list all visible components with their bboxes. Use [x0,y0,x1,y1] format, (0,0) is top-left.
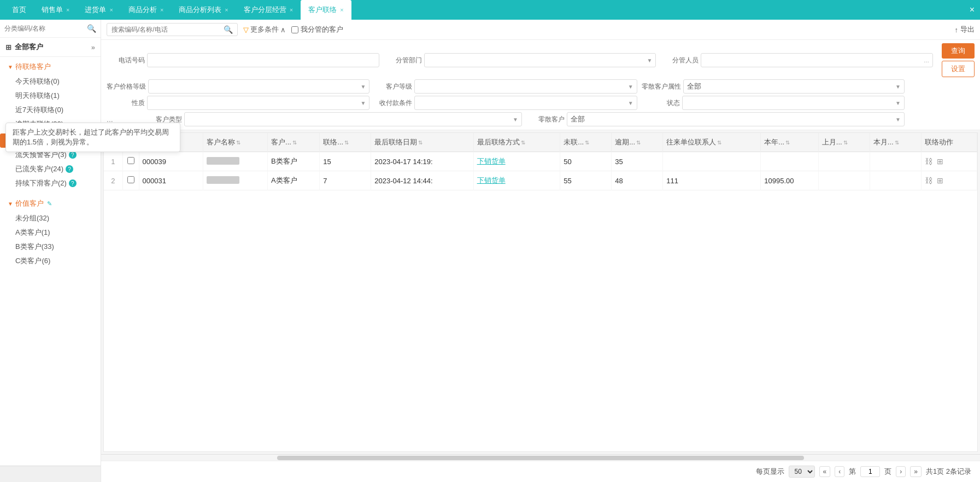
sort-icon-method: ⇅ [521,140,525,146]
retail-attr-select[interactable]: 全部 ▼ [683,79,905,94]
grid-icon: ⊞ [5,43,11,51]
retail-arrow: ▼ [895,117,901,123]
nav-customer-tier-close[interactable]: × [290,7,293,13]
filter-row-3: 性质 ▼ 收付款条件 ▼ 状态 ▼ [107,96,975,110]
phone-input[interactable] [147,53,379,67]
sidebar-section-value[interactable]: ▼ 价值客户 ✎ [0,196,101,211]
sidebar-collapse-btn[interactable]: » [91,43,95,51]
grade-arrow: ▼ [628,84,633,90]
nav-sales[interactable]: 销售单 × [34,0,77,20]
row-code: 000031 [139,171,203,190]
sidebar-item-today[interactable]: 今天待联络(0) [0,74,101,89]
main-search-input[interactable] [112,26,224,33]
nav-analysis-close[interactable]: × [160,7,163,13]
action-more-icon[interactable]: ⊞ [937,157,943,166]
row-this-year: 10995.00 [761,171,819,190]
sidebar-item-class-b[interactable]: B类客户(33) [0,240,101,254]
row-unlink-days: 50 [560,152,612,171]
blurred-name [207,157,239,165]
grade-select[interactable]: ▼ [414,79,637,94]
col-contact: 联络...⇅ [320,133,371,152]
last-method-link[interactable]: 下销货单 [477,157,506,165]
page-label: 第 [849,467,856,477]
sidebar-section-pending[interactable]: ▼ 待联络客户 [0,59,101,74]
sidebar-item-7days[interactable]: 近7天待联络(0) [0,103,101,117]
last-method-link[interactable]: 下销货单 [477,176,506,184]
sidebar-search-box: 🔍 [0,20,101,38]
settings-button[interactable]: 设置 [942,61,975,77]
ctype-select[interactable]: ▼ [184,112,522,126]
row-checkbox[interactable] [127,176,134,183]
pricegrd-select[interactable]: ▼ [148,79,369,94]
payment-select[interactable]: ▼ [414,96,637,110]
col-last-method: 最后联络方式⇅ [473,133,560,152]
query-button[interactable]: 查询 [942,43,975,59]
payment-label: 收付款条件 [374,98,412,108]
row-overdue: 48 [612,171,663,190]
nav-sales-close[interactable]: × [66,7,69,13]
customer-table: ⚙ 客户编码⇅ 客户名称⇅ 客户...⇅ 联络...⇅ 最后联络日期⇅ 最后联络… [104,133,977,190]
nav-purchase[interactable]: 进货单 × [77,0,120,20]
nav-analysis-list-close[interactable]: × [225,7,228,13]
page-num-input[interactable] [860,466,880,477]
more-conditions-btn[interactable]: ▽ 更多条件 ∧ [243,25,286,34]
last-page-btn[interactable]: » [910,466,922,477]
sidebar-item-lost[interactable]: 已流失客户(24) ? [0,162,101,176]
sidebar-search-input[interactable] [4,25,87,32]
per-page-select[interactable]: 50 [789,466,815,478]
status-select[interactable]: ▼ [682,96,905,110]
row-this-year [761,152,819,171]
filter-cell-retail: 零散客户 全部 ▼ [526,112,905,126]
filter-cell-pricegrd: 客户价格等级 ▼ [107,79,369,94]
lost-badge: ? [66,165,73,173]
first-page-btn[interactable]: « [819,466,831,477]
filter-row-2: 客户价格等级 ▼ 客户等级 ▼ 零散客户属性 全部 ▼ [107,79,975,94]
sidebar-item-class-c[interactable]: C类客户(6) [0,254,101,268]
sidebar-item-ungrouped[interactable]: 未分组(32) [0,211,101,225]
table-row: 2 000031 A类客户 7 2023-04-12 14:44: 下销货单 5… [104,171,977,190]
dept-select[interactable]: ▼ [424,53,656,67]
main-search-icon[interactable]: 🔍 [224,25,233,34]
filter-cell-ctype: 客户类型 ▼ [144,112,522,126]
next-page-btn[interactable]: › [896,466,906,477]
horizontal-scrollbar-area [101,454,980,461]
pricegrd-arrow: ▼ [360,84,366,90]
prev-page-btn[interactable]: ‹ [835,466,844,477]
action-link-icon[interactable]: ⛓ [925,157,932,166]
action-more-icon[interactable]: ⊞ [937,176,943,185]
my-customers-checkbox[interactable] [291,26,298,33]
nav-close-all[interactable]: × [970,5,975,15]
nav-customer-tier[interactable]: 客户分层经营 × [236,0,301,20]
row-last-month [818,152,870,171]
filter-cell-status: 状态 ▼ [642,96,905,110]
sidebar-item-class-a[interactable]: A类客户(1) [0,225,101,240]
top-nav: 首页 销售单 × 进货单 × 商品分析 × 商品分析列表 × 客户分层经营 × … [0,0,980,20]
sidebar-item-tomorrow[interactable]: 明天待联络(1) [0,89,101,103]
horizontal-scrollbar[interactable] [277,456,805,460]
value-section-edit[interactable]: ✎ [47,200,52,207]
nav-analysis-list[interactable]: 商品分析列表 × [171,0,236,20]
person-select[interactable]: … [701,53,933,67]
nav-analysis[interactable]: 商品分析 × [121,0,171,20]
nav-purchase-close[interactable]: × [109,7,113,13]
row-last-date: 2023-04-12 14:44: [371,171,473,190]
filter-row-4: ... 客户类型 ▼ 零散客户 全部 ▼ [107,112,975,126]
gender-label: 性质 [107,98,145,108]
my-customers-filter: 我分管的客户 [291,25,343,34]
dept-label: 分管部门 [384,56,422,65]
row-last-method: 下销货单 [473,171,560,190]
gender-select[interactable]: ▼ [147,96,369,110]
nav-customer-contact-close[interactable]: × [340,7,343,13]
sidebar-item-declining[interactable]: 持续下滑客户(2) ? [0,176,101,190]
export-btn[interactable]: ↑ 导出 [955,25,975,34]
payment-arrow: ▼ [628,100,633,106]
retail-select[interactable]: 全部 ▼ [567,112,905,126]
nav-customer-contact[interactable]: 客户联络 × [301,0,351,20]
action-link-icon[interactable]: ⛓ [925,176,932,185]
row-checkbox[interactable] [127,157,134,164]
nav-home[interactable]: 首页 [4,0,34,20]
sidebar-search-icon[interactable]: 🔍 [87,24,96,33]
row-contact-count: 15 [320,152,371,171]
row-num: 1 [104,152,122,171]
filter-cell-gender: 性质 ▼ [107,96,369,110]
